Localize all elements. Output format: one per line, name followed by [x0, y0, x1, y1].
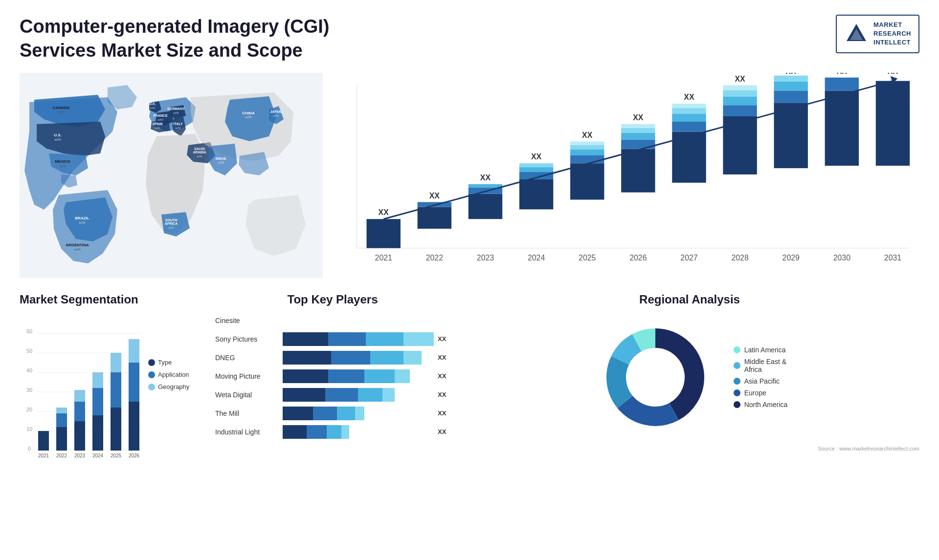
player-name-industrial: Industrial Light [215, 428, 279, 436]
donut-wrapper: Latin America Middle East &Africa Asia P… [460, 314, 919, 441]
svg-text:2024: 2024 [92, 453, 104, 458]
svg-text:XX: XX [531, 152, 542, 161]
svg-text:2028: 2028 [731, 253, 748, 261]
svg-text:SOUTH: SOUTH [165, 218, 178, 222]
svg-text:xx%: xx% [218, 161, 224, 164]
player-name-mill: The Mill [215, 409, 279, 417]
svg-text:2024: 2024 [528, 253, 545, 261]
player-sony: Sony Pictures XX [215, 332, 450, 346]
svg-rect-59 [570, 141, 604, 145]
svg-text:xx%: xx% [173, 111, 179, 114]
svg-text:xx%: xx% [245, 115, 251, 119]
player-xx-dneg: XX [438, 354, 450, 361]
svg-text:ITALY: ITALY [173, 122, 182, 126]
svg-text:2021: 2021 [38, 453, 49, 458]
segmentation-chart-svg: 0 10 20 30 40 50 60 2021 [20, 314, 205, 460]
legend-label-asia-pacific: Asia Pacific [744, 377, 780, 385]
svg-text:2027: 2027 [680, 253, 697, 261]
svg-rect-132 [129, 339, 139, 363]
bar-chart-section: XX 2021 XX 2022 XX 2023 XX 2024 [337, 73, 919, 278]
svg-text:2025: 2025 [579, 253, 596, 261]
svg-text:JAPAN: JAPAN [270, 110, 281, 113]
svg-text:xx%: xx% [168, 226, 174, 229]
legend-europe: Europe [734, 389, 788, 397]
source-text: Source : www.marketresearchintellect.com [460, 446, 919, 452]
donut-legend: Latin America Middle East &Africa Asia P… [734, 346, 788, 409]
svg-line-96 [383, 81, 893, 219]
svg-text:Geography: Geography [158, 383, 190, 390]
svg-rect-80 [723, 85, 757, 90]
segmentation-section: Market Segmentation 0 10 20 30 40 50 60 [20, 293, 205, 462]
svg-point-146 [627, 349, 684, 406]
svg-text:XX: XX [480, 173, 491, 182]
svg-text:CANADA: CANADA [53, 106, 70, 110]
player-name-cinesite: Cinesite [215, 317, 279, 324]
legend-middle-east: Middle East &Africa [734, 358, 788, 373]
svg-text:AFRICA: AFRICA [165, 222, 178, 225]
player-name-dneg: DNEG [215, 354, 279, 362]
svg-point-136 [148, 371, 155, 378]
top-row: CANADA xx% U.S. xx% MEXICO xx% BRAZIL xx… [20, 73, 919, 278]
svg-rect-44 [469, 194, 502, 219]
svg-text:xx%: xx% [59, 164, 66, 168]
legend-color-europe [734, 389, 740, 396]
svg-rect-57 [570, 149, 604, 155]
svg-text:BRAZIL: BRAZIL [75, 216, 89, 220]
svg-text:50: 50 [26, 348, 32, 354]
legend-latin-america: Latin America [734, 346, 788, 354]
player-industrial: Industrial Light XX [215, 425, 450, 439]
svg-text:60: 60 [26, 328, 32, 334]
player-bar-moving-picture [283, 369, 434, 383]
player-xx-sony: XX [438, 335, 450, 343]
svg-rect-119 [74, 402, 85, 421]
legend-color-north-america [734, 401, 740, 408]
legend-asia-pacific: Asia Pacific [734, 377, 788, 385]
svg-rect-124 [92, 372, 103, 388]
player-bar-cinesite [283, 314, 434, 327]
page-title: Computer-generated Imagery (CGI) Service… [20, 15, 386, 63]
svg-rect-52 [519, 163, 553, 167]
svg-rect-89 [825, 90, 859, 166]
svg-rect-90 [825, 77, 859, 90]
svg-text:2022: 2022 [56, 453, 67, 458]
svg-rect-83 [774, 103, 808, 168]
svg-text:CHINA: CHINA [242, 111, 255, 115]
svg-text:XX: XX [379, 208, 389, 216]
svg-rect-55 [570, 163, 604, 199]
svg-text:30: 30 [26, 387, 32, 393]
svg-rect-62 [621, 149, 655, 192]
map-container: CANADA xx% U.S. xx% MEXICO xx% BRAZIL xx… [20, 73, 323, 278]
svg-rect-58 [570, 145, 604, 149]
svg-text:ARGENTINA: ARGENTINA [66, 243, 89, 247]
svg-text:XX: XX [582, 130, 593, 139]
svg-rect-128 [111, 353, 121, 372]
logo-text: MARKET RESEARCH INTELLECT [873, 21, 911, 47]
player-xx-mill: XX [438, 409, 450, 417]
header: Computer-generated Imagery (CGI) Service… [20, 15, 919, 63]
svg-rect-79 [723, 90, 757, 96]
svg-text:xx%: xx% [74, 248, 80, 251]
map-section: CANADA xx% U.S. xx% MEXICO xx% BRAZIL xx… [20, 73, 323, 278]
world-map-svg: CANADA xx% U.S. xx% MEXICO xx% BRAZIL xx… [20, 73, 323, 278]
svg-text:XX: XX [429, 191, 440, 199]
svg-rect-123 [92, 388, 103, 415]
player-name-moving-picture: Moving Picture [215, 372, 279, 380]
logo-area: MARKET RESEARCH INTELLECT [836, 15, 919, 53]
svg-rect-127 [111, 372, 121, 408]
player-mill: The Mill XX [215, 407, 450, 420]
svg-text:2029: 2029 [782, 253, 800, 261]
player-bar-sony [283, 332, 434, 346]
svg-text:40: 40 [26, 367, 32, 373]
svg-text:ARABIA: ARABIA [193, 151, 206, 154]
svg-rect-49 [519, 179, 553, 209]
player-xx-moving-picture: XX [438, 372, 450, 380]
svg-rect-115 [56, 413, 67, 427]
svg-text:2023: 2023 [477, 253, 494, 261]
player-bar-industrial [283, 425, 434, 439]
player-moving-picture: Moving Picture XX [215, 369, 450, 383]
svg-rect-85 [774, 81, 808, 90]
legend-label-north-america: North America [744, 401, 788, 409]
player-name-sony: Sony Pictures [215, 335, 279, 343]
segmentation-title: Market Segmentation [20, 293, 205, 306]
svg-rect-112 [38, 431, 49, 451]
